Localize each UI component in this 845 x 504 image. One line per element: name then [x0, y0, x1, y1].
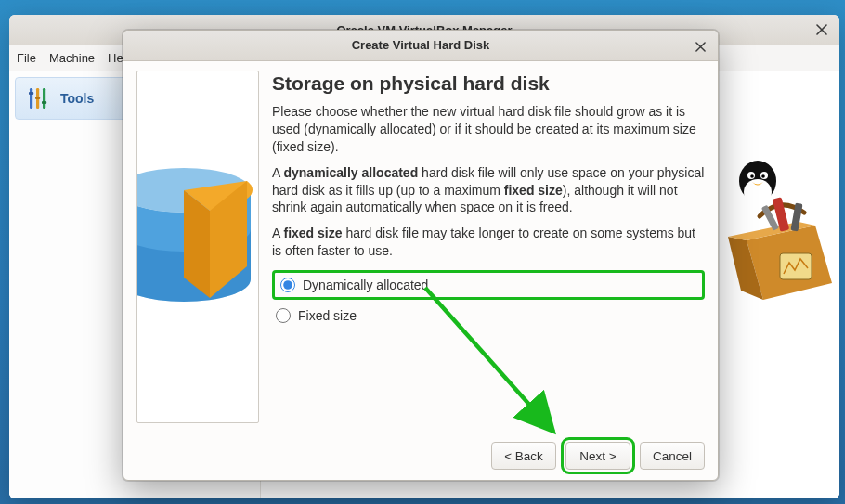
text-bold: fixed size: [504, 183, 563, 198]
svg-rect-2: [43, 88, 46, 109]
parent-close-button[interactable]: [812, 19, 832, 40]
close-icon: [696, 42, 706, 52]
dialog-title: Create Virtual Hard Disk: [124, 38, 718, 52]
menu-machine[interactable]: Machine: [49, 51, 95, 65]
toolbox-illustration: [715, 151, 836, 312]
close-icon: [816, 24, 827, 35]
annotation-highlight-dynamic: Dynamically allocated: [272, 270, 705, 300]
next-button[interactable]: Next >: [566, 442, 630, 470]
dialog-footer: < Back Next > Cancel: [124, 434, 718, 480]
dialog-paragraph-3: A fixed size hard disk file may take lon…: [272, 225, 705, 260]
svg-rect-0: [30, 88, 32, 109]
dialog-close-button[interactable]: [690, 36, 710, 57]
text-fragment: A: [272, 165, 283, 180]
svg-point-9: [750, 174, 754, 178]
svg-rect-5: [42, 101, 46, 104]
svg-point-11: [761, 174, 765, 178]
tools-icon: [25, 85, 51, 111]
radio-fixed-label: Fixed size: [298, 308, 357, 323]
dialog-titlebar: Create Virtual Hard Disk: [124, 31, 718, 61]
wizard-side-image: [136, 71, 259, 423]
radio-dynamic-input[interactable]: [280, 278, 295, 292]
menu-file[interactable]: File: [17, 51, 36, 65]
radio-dynamic-label: Dynamically allocated: [303, 278, 428, 292]
radio-fixed-input[interactable]: [276, 308, 291, 323]
radio-option-fixed[interactable]: Fixed size: [272, 305, 705, 326]
text-bold: fixed size: [283, 226, 342, 240]
radio-option-dynamic[interactable]: Dynamically allocated: [277, 275, 432, 295]
create-virtual-hard-disk-dialog: Create Virtual Hard Disk Storage on phys…: [123, 30, 719, 481]
svg-point-7: [744, 179, 772, 205]
back-button[interactable]: < Back: [491, 442, 556, 470]
svg-rect-3: [29, 92, 33, 95]
storage-type-radio-group: Dynamically allocated Fixed size: [272, 270, 705, 326]
text-bold: dynamically allocated: [283, 165, 418, 180]
dialog-body: Storage on physical hard disk Please cho…: [124, 61, 718, 434]
annotation-highlight-next: Next >: [566, 442, 630, 470]
dialog-heading: Storage on physical hard disk: [272, 72, 705, 95]
dialog-paragraph-2: A dynamically allocated hard disk file w…: [272, 164, 705, 217]
sidebar-item-label: Tools: [60, 91, 94, 106]
svg-rect-4: [35, 97, 40, 99]
dialog-content: Storage on physical hard disk Please cho…: [272, 71, 705, 423]
text-fragment: A: [272, 226, 283, 240]
cancel-button[interactable]: Cancel: [640, 442, 705, 470]
dialog-paragraph-1: Please choose whether the new virtual ha…: [272, 103, 705, 156]
